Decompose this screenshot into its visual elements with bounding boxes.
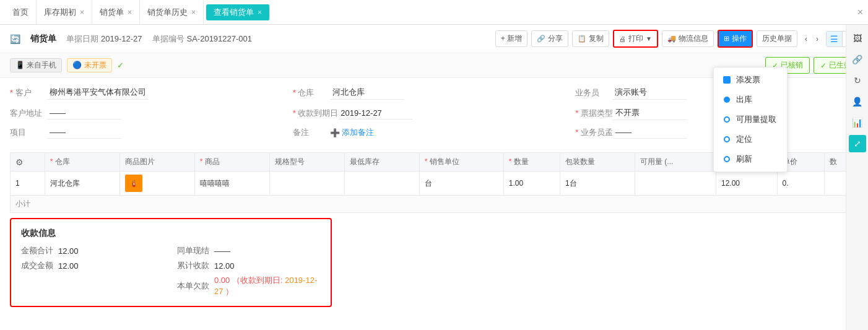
cumulative-value: 12.00 — [214, 261, 235, 271]
col-spec: 规格型号 — [269, 153, 344, 172]
dropdown-available-qty[interactable]: 可用量提取 — [714, 110, 787, 129]
balance-item: 本单欠款 0.00 （收款到期日: 2019-12-27 ） — [177, 275, 321, 297]
customer-field: 客户 柳州粤港平安气体有限公司 — [10, 85, 293, 100]
cumulative-label: 累计收款 — [177, 260, 209, 271]
doc-header: 🔄 销货单 单据日期 2019-12-27 单据编号 SA-20191227-0… — [0, 25, 868, 53]
col-settings[interactable]: ⚙ — [11, 153, 45, 172]
tab-bar: 首页 库存期初 × 销货单 × 销货单历史 × 查看销货单 × × — [0, 0, 868, 25]
history-button[interactable]: 历史单据 — [757, 30, 797, 47]
doc-date-label: 单据日期 — [66, 33, 98, 45]
project-value[interactable]: —— — [47, 126, 121, 139]
copy-button[interactable]: 📋 复制 — [572, 30, 609, 47]
payment-date-field: 收款到期日 2019-12-27 — [293, 107, 576, 119]
doc-title-area: 🔄 销货单 单据日期 2019-12-27 单据编号 SA-20191227-0… — [10, 33, 252, 45]
print-button[interactable]: 🖨 打印 ▼ — [613, 30, 658, 48]
customer-addr-value[interactable]: —— — [47, 107, 121, 119]
doc-number-field: 单据编号 SA-20191227-001 — [152, 33, 253, 45]
tab-sales-close[interactable]: × — [128, 8, 132, 17]
subtotal-label: 小计 — [11, 196, 858, 213]
sidebar-expand-icon[interactable]: ⤢ — [849, 135, 866, 152]
doc-date-field: 单据日期 2019-12-27 — [66, 33, 142, 45]
doc-number-value: SA-20191227-001 — [187, 34, 253, 43]
row-num: 1 — [11, 172, 45, 196]
right-sidebar: 🖼 🔗 ↻ 👤 📊 ⤢ — [846, 25, 868, 330]
tab-view-sales[interactable]: 查看销货单 × — [206, 4, 270, 20]
tab-bar-close[interactable]: × — [857, 7, 863, 18]
tab-inventory-close[interactable]: × — [80, 8, 84, 17]
warehouse-value[interactable]: 河北仓库 — [330, 85, 404, 100]
warehouse-field: 仓库 河北仓库 — [293, 85, 576, 100]
note-label: 备注 — [293, 127, 330, 138]
project-field: 项目 —— — [10, 126, 293, 139]
tab-home[interactable]: 首页 — [5, 0, 37, 24]
from-phone-tag[interactable]: 📱 来自手机 — [10, 58, 62, 72]
tab-inventory[interactable]: 库存期初 × — [37, 0, 92, 24]
customer-addr-field: 客户地址 —— — [10, 107, 293, 119]
sidebar-link-icon[interactable]: 🔗 — [849, 51, 866, 68]
operate-button[interactable]: ⊞ 操作 — [718, 30, 753, 48]
subtotal-row: 小计 — [11, 196, 858, 213]
same-bill-value: —— — [214, 246, 230, 256]
same-bill-item: 同单现结 —— — [177, 245, 321, 256]
warehouse-label: 仓库 — [293, 87, 330, 98]
sidebar-image-icon[interactable]: 🖼 — [849, 30, 866, 47]
customer-addr-label: 客户地址 — [10, 108, 47, 119]
sidebar-user-icon[interactable]: 👤 — [849, 93, 866, 110]
doc-meta: 单据日期 2019-12-27 单据编号 SA-20191227-001 — [66, 33, 252, 45]
salesperson-label: 业务员 — [575, 87, 612, 98]
sidebar-chart-icon[interactable]: 📊 — [849, 114, 866, 131]
ticket-type-label: 票据类型 — [575, 108, 613, 119]
doc-icon: 🔄 — [10, 34, 20, 44]
add-invoice-icon — [723, 76, 731, 84]
product-thumbnail: 🧯 — [125, 175, 142, 192]
settings-icon[interactable]: ⚙ — [15, 157, 24, 167]
available-qty-icon — [723, 115, 731, 124]
agent-label: 业务员孟 — [575, 127, 613, 138]
transaction-item: 成交金额 12.00 — [21, 260, 165, 271]
ticket-type-value[interactable]: 不开票 — [613, 106, 687, 120]
dropdown-add-invoice[interactable]: 添发票 — [714, 70, 787, 90]
col-unit: 销售单位 — [419, 153, 503, 172]
new-button[interactable]: + 新增 — [495, 30, 527, 47]
row-warehouse: 河北仓库 — [45, 172, 119, 196]
row-price: 0. — [777, 172, 824, 196]
prev-arrow[interactable]: ‹ — [801, 32, 811, 46]
tab-view-sales-close[interactable]: × — [258, 8, 262, 17]
table-row: 1 河北仓库 🧯 嘻嘻嘻嘻 台 1.00 1台 12.00 0. — [11, 172, 858, 196]
share-button[interactable]: 🔗 分享 — [531, 30, 568, 47]
view-list-btn[interactable]: ☰ — [827, 32, 843, 46]
note-field: 备注 ➕ 添加备注 — [293, 127, 576, 138]
row-product[interactable]: 嘻嘻嘻嘻 — [194, 172, 269, 196]
customer-value[interactable]: 柳州粤港平安气体有限公司 — [47, 85, 149, 100]
row-current-stock: 12.00 — [716, 172, 777, 196]
balance-note: （收款到期日: — [232, 276, 285, 285]
total-label: 金额合计 — [21, 245, 53, 256]
doc-actions: + 新增 🔗 分享 📋 复制 🖨 打印 ▼ 🚚 物流信息 ⊞ 操作 — [495, 30, 858, 48]
refresh-icon — [723, 155, 731, 163]
dropdown-refresh[interactable]: 刷新 — [714, 149, 787, 169]
sidebar-refresh-icon[interactable]: ↻ — [849, 72, 866, 89]
tab-sales[interactable]: 销货单 × — [92, 0, 140, 24]
tab-sales-history[interactable]: 销货单历史 × — [140, 0, 204, 24]
col-min-stock: 最低库存 — [344, 153, 419, 172]
col-warehouse: 仓库 — [45, 153, 119, 172]
agent-value[interactable]: —— — [613, 126, 687, 139]
col-pkg-qty: 包装数量 — [560, 153, 635, 172]
project-label: 项目 — [10, 127, 47, 138]
add-note-button[interactable]: ➕ 添加备注 — [330, 127, 374, 138]
tab-sales-history-close[interactable]: × — [191, 8, 196, 17]
row-min-stock — [344, 172, 419, 196]
payment-date-value[interactable]: 2019-12-27 — [338, 107, 412, 119]
dropdown-locate[interactable]: 定位 — [714, 129, 787, 149]
balance-note-end: ） — [225, 287, 233, 296]
logistics-button[interactable]: 🚚 物流信息 — [662, 30, 714, 47]
col-image: 商品图片 — [119, 153, 194, 172]
payment-box-title: 收款信息 — [21, 228, 321, 239]
dropdown-outbound[interactable]: 出库 — [714, 90, 787, 110]
customer-label: 客户 — [10, 87, 47, 98]
not-open-tag[interactable]: 🔵 未开票 — [67, 58, 111, 72]
row-available — [635, 172, 716, 196]
row-unit: 台 — [419, 172, 503, 196]
next-arrow[interactable]: › — [812, 32, 822, 46]
salesperson-value: 演示账号 — [612, 85, 687, 100]
